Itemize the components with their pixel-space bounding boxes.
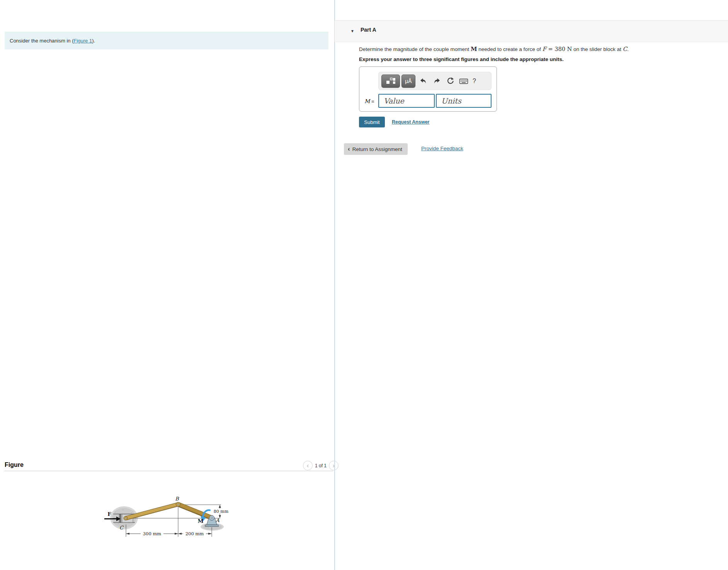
label-a: A: [215, 517, 219, 523]
return-to-assignment-button[interactable]: ‹ Return to Assignment: [344, 143, 408, 155]
math-force-f: F: [542, 46, 546, 53]
label-f: F: [107, 511, 111, 517]
figure-heading: Figure: [5, 461, 24, 468]
dim-200mm-label: 200 mm: [185, 531, 204, 536]
return-label: Return to Assignment: [352, 146, 402, 152]
keyboard-icon: [459, 77, 468, 85]
help-button[interactable]: ?: [473, 78, 476, 85]
part-a-title: Part A: [361, 27, 376, 33]
question-part: .: [627, 46, 629, 52]
dim-80mm-label: 80 mm: [214, 509, 229, 514]
keyboard-button[interactable]: [458, 77, 469, 85]
equation-toolbar: μÅ: [378, 72, 492, 90]
problem-statement: Consider the mechanism in (Figure 1).: [5, 32, 328, 49]
math-m-label: M: [364, 98, 370, 104]
question-part: on the slider block at: [572, 46, 623, 52]
problem-statement-text: Consider the mechanism in (: [10, 38, 73, 44]
page: Consider the mechanism in (Figure 1). Fi…: [0, 0, 728, 570]
math-newton: N: [567, 46, 572, 52]
collapse-caret-icon[interactable]: ▼: [350, 29, 354, 33]
problem-statement-suffix: ).: [92, 38, 95, 44]
part-a-header[interactable]: ▼ Part A: [335, 20, 728, 42]
figure-next-button[interactable]: ›: [329, 461, 338, 470]
reset-button[interactable]: [444, 77, 456, 85]
pin-b: [176, 502, 180, 507]
pin-c: [124, 516, 128, 520]
chevron-left-icon: ‹: [307, 463, 309, 469]
question-text: Determine the magnitude of the couple mo…: [359, 46, 714, 53]
template-icon: [386, 77, 396, 85]
label-b: B: [175, 496, 179, 502]
figure-1-link[interactable]: Figure 1: [73, 38, 92, 44]
equals-sign: =: [371, 98, 374, 104]
label-m: M: [198, 518, 204, 524]
undo-icon: [419, 77, 427, 85]
figure-page-indicator: 1 of 1: [315, 463, 327, 468]
answer-instruction: Express your answer to three significant…: [359, 56, 564, 62]
units-button[interactable]: μÅ: [401, 75, 415, 88]
units-icon: μÅ: [405, 78, 412, 84]
reset-icon: [446, 77, 454, 85]
question-part: needed to create a force of: [477, 46, 543, 52]
figure-divider: [4, 471, 333, 471]
units-input[interactable]: [436, 94, 492, 108]
question-part: Determine the magnitude of the couple mo…: [359, 46, 471, 52]
math-equals-value: = 380: [546, 46, 567, 52]
redo-button[interactable]: [431, 77, 442, 85]
figure-pager: ‹ 1 of 1 ›: [303, 461, 338, 470]
math-moment-m: M: [471, 46, 477, 53]
panel-divider: [334, 0, 335, 570]
answer-variable-label: M =: [364, 98, 374, 104]
undo-button[interactable]: [417, 77, 429, 85]
redo-icon: [433, 77, 441, 85]
chevron-left-icon: ‹: [348, 146, 350, 152]
figure-prev-button[interactable]: ‹: [303, 461, 313, 470]
dim-300mm-label: 300 mm: [143, 531, 162, 536]
math-point-c: C: [623, 46, 627, 53]
request-answer-link[interactable]: Request Answer: [392, 119, 429, 125]
math-template-button[interactable]: [381, 75, 400, 88]
value-input[interactable]: [378, 94, 435, 108]
answer-module: μÅ: [359, 66, 497, 112]
submit-button[interactable]: Submit: [359, 117, 385, 127]
mechanism-diagram: F: [96, 490, 239, 546]
provide-feedback-link[interactable]: Provide Feedback: [421, 146, 463, 151]
